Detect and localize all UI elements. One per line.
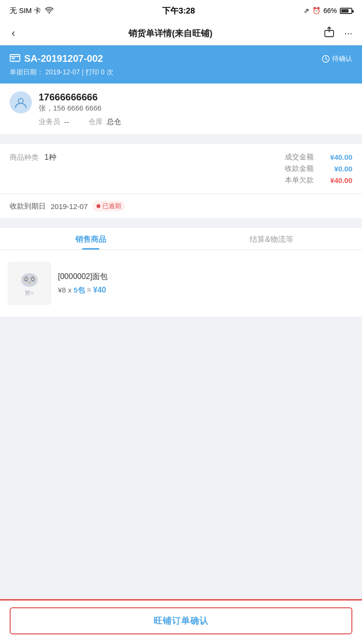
bottom-bar: 旺铺订单确认 [0,599,362,644]
nav-actions: ··· [322,25,354,42]
order-icon [10,53,20,64]
salesperson-item: 业务员 -- [39,117,69,126]
order-date: 2019-12-07 [45,68,80,76]
due-date-value: 2019-12-07 [51,202,88,210]
customer-meta: 业务员 -- 仓库 总仓 [10,117,352,126]
battery-icon [340,8,352,14]
owed-value: ¥40.00 [319,176,352,184]
product-item: 野+ [0000002]面包 ¥8 x 5包 = ¥40 [8,258,354,309]
tab-settlement[interactable]: 结算&物流等 [181,228,362,250]
product-price-row: ¥8 x 5包 = ¥40 [58,286,354,295]
stats-card: 商品种类 1种 成交金额 ¥40.00 收款金额 ¥0.00 本单欠款 ¥40.… [0,144,362,194]
customer-card: 17666666666 张，156 6666 6666 业务员 -- 仓库 总仓 [0,84,362,134]
status-bar: 无 SIM 卡 下午3:28 ⇗ ⏰ 66% [0,0,362,21]
warehouse-item: 仓库 总仓 [88,117,121,126]
order-id-row: SA-20191207-002 [10,53,103,64]
warehouse-value: 总仓 [107,117,121,126]
nav-bar: ‹ 销货单详情(来自旺铺) ··· [0,21,362,45]
product-name: [0000002]面包 [58,272,354,282]
deal-amount-value: ¥40.00 [319,153,352,161]
received-label: 收款金额 [285,164,314,173]
alarm-icon: ⏰ [312,7,320,14]
thumb-inner: 野+ [19,270,40,297]
status-right: ⇗ ⏰ 66% [304,7,352,14]
stats-right: 成交金额 ¥40.00 收款金额 ¥0.00 本单欠款 ¥40.00 [285,153,352,185]
order-id: SA-20191207-002 [24,53,103,64]
product-info: [0000002]面包 ¥8 x 5包 = ¥40 [58,272,354,295]
overdue-dot [97,204,100,208]
wifi-icon [45,7,54,15]
owed-item: 本单欠款 ¥40.00 [285,176,352,185]
divider-3 [0,223,362,228]
product-type-value: 1种 [44,153,56,163]
product-total: ¥40 [93,286,106,294]
main-content: SA-20191207-002 待确认 单据日期： 2019-12-07 | 打… [0,45,362,644]
share-button[interactable] [322,25,336,42]
received-value: ¥0.00 [319,165,352,173]
stats-left: 商品种类 1种 [10,153,285,163]
due-date-card: 收款到期日 2019-12-07 已逾期 [0,194,362,218]
order-header: SA-20191207-002 待确认 单据日期： 2019-12-07 | 打… [0,45,362,84]
deal-amount-label: 成交金额 [285,153,314,162]
status-time: 下午3:28 [162,5,195,16]
confirm-button[interactable]: 旺铺订单确认 [10,607,352,634]
status-left: 无 SIM 卡 [10,6,54,15]
tabs: 销售商品 结算&物流等 [0,228,362,250]
svg-point-10 [32,278,34,280]
salesperson-label: 业务员 [39,117,60,126]
received-item: 收款金额 ¥0.00 [285,164,352,173]
svg-point-9 [26,278,27,280]
carrier-label: 无 SIM 卡 [10,6,41,15]
order-date-row: 单据日期： 2019-12-07 | 打印 0 次 [10,68,352,77]
overdue-badge: 已逾期 [93,201,125,211]
warehouse-label: 仓库 [88,117,103,126]
overdue-text: 已逾期 [102,202,121,210]
date-label: 单据日期： [10,68,43,76]
avatar [10,91,32,113]
product-thumbnail: 野+ [8,262,51,305]
page-title: 销货单详情(来自旺铺) [19,28,322,39]
content-spacer [0,317,362,599]
date-separator: | [82,68,85,76]
product-quantity: 5包 [74,286,85,294]
order-status: 待确认 [322,55,352,63]
customer-phone: 17666666666 [39,92,101,103]
tab-sales-products[interactable]: 销售商品 [0,228,181,250]
due-date-label: 收款到期日 [10,202,46,211]
salesperson-value: -- [64,118,69,126]
deal-amount-item: 成交金额 ¥40.00 [285,153,352,162]
back-button[interactable]: ‹ [8,24,19,42]
battery-percent: 66% [323,7,337,14]
divider-1 [0,139,362,144]
owed-label: 本单欠款 [285,176,314,185]
product-price: ¥8 [58,286,66,294]
print-info: 打印 0 次 [85,68,113,76]
more-button[interactable]: ··· [342,26,354,41]
customer-name-phone: 张，156 6666 6666 [39,104,101,113]
product-type-label: 商品种类 [10,153,39,162]
multiply-sign: x [68,286,74,294]
stats-row: 商品种类 1种 成交金额 ¥40.00 收款金额 ¥0.00 本单欠款 ¥40.… [10,153,352,185]
order-header-top: SA-20191207-002 待确认 [10,53,352,64]
thumb-label: 野+ [25,290,33,297]
equals-sign: = [87,286,93,294]
svg-point-3 [18,98,23,103]
customer-row: 17666666666 张，156 6666 6666 [10,91,352,113]
location-icon: ⇗ [304,7,309,14]
product-list: 野+ [0000002]面包 ¥8 x 5包 = ¥40 [0,250,362,317]
customer-info: 17666666666 张，156 6666 6666 [39,92,101,113]
status-label: 待确认 [332,55,352,63]
